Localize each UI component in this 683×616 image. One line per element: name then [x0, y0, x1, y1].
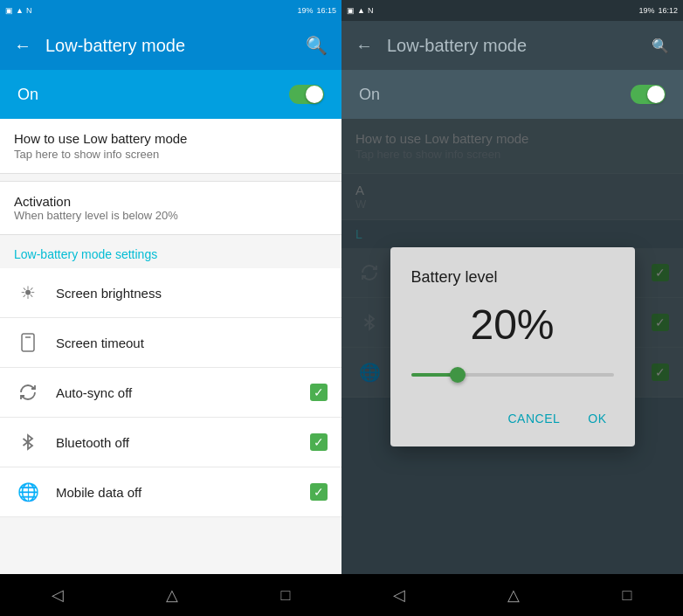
toggle-row-right: On: [342, 70, 683, 119]
nav-back-left[interactable]: ◁: [52, 585, 64, 605]
settings-section-label-left: Low-battery mode settings: [0, 235, 342, 268]
app-bar-left: ← Low-battery mode 🔍: [0, 21, 342, 70]
nav-home-right[interactable]: △: [507, 585, 520, 605]
autosync-label: Auto-sync off: [56, 385, 296, 400]
battery-text-left: 19%: [297, 6, 313, 15]
status-bar-left: ▣ ▲ N 19% 16:15: [0, 0, 342, 21]
ok-button[interactable]: OK: [581, 405, 613, 433]
page-title-right: Low-battery mode: [387, 36, 638, 56]
toggle-row-left: On: [0, 70, 342, 119]
status-icons-right: ▣ ▲ N: [347, 6, 373, 15]
timeout-label: Screen timeout: [56, 336, 328, 350]
bottom-nav-right: ◁ △ □: [342, 574, 683, 616]
time-left: 16:15: [316, 6, 336, 15]
dialog-value: 20%: [411, 301, 614, 349]
nav-home-left[interactable]: △: [166, 585, 178, 605]
autosync-checkbox[interactable]: ✓: [310, 384, 328, 401]
info-title-left: How to use Low battery mode: [14, 131, 328, 146]
brightness-label: Screen brightness: [56, 286, 328, 301]
signal-icon: ▲: [16, 6, 24, 15]
nav-back-right[interactable]: ◁: [393, 585, 405, 605]
nav-recent-left[interactable]: □: [280, 586, 290, 605]
timeout-icon: [14, 329, 42, 356]
toggle-label-right: On: [359, 86, 380, 104]
bluetooth-label: Bluetooth off: [56, 435, 296, 450]
battery-level-dialog: Battery level 20% CANCEL OK: [390, 247, 635, 446]
battery-slider[interactable]: [411, 366, 614, 384]
search-button-left[interactable]: 🔍: [306, 35, 328, 56]
back-button-left[interactable]: ←: [14, 36, 31, 56]
brightness-icon: ☀: [14, 279, 42, 307]
slider-thumb: [450, 367, 466, 383]
mobiledata-label: Mobile data off: [56, 485, 296, 500]
info-row-left[interactable]: How to use Low battery mode Tap here to …: [0, 119, 342, 174]
bluetooth-icon: [14, 428, 42, 456]
setting-timeout[interactable]: Screen timeout: [0, 318, 342, 368]
slider-track: [411, 373, 614, 377]
mobiledata-icon: 🌐: [14, 478, 42, 506]
app-bar-right: ← Low-battery mode 🔍: [342, 21, 683, 70]
dialog-title: Battery level: [411, 268, 614, 287]
status-icons-left: ▣ ▲ N: [5, 6, 31, 15]
toggle-knob-left: [306, 86, 323, 103]
page-title-left: Low-battery mode: [45, 36, 292, 56]
svg-rect-0: [22, 334, 34, 351]
bluetooth-checkbox[interactable]: ✓: [310, 433, 328, 451]
dialog-actions: CANCEL OK: [411, 405, 614, 433]
back-button-right[interactable]: ←: [355, 36, 373, 56]
content-right: How to use Low battery mode Tap here to …: [342, 119, 683, 574]
mobiledata-checkbox[interactable]: ✓: [310, 483, 328, 501]
search-button-right[interactable]: 🔍: [652, 38, 669, 54]
dialog-overlay: Battery level 20% CANCEL OK: [342, 119, 683, 574]
left-panel: ▣ ▲ N 19% 16:15 ← Low-battery mode 🔍 On …: [0, 0, 342, 616]
bottom-nav-left: ◁ △ □: [0, 574, 342, 616]
setting-mobiledata[interactable]: 🌐 Mobile data off ✓: [0, 467, 342, 517]
nfc-icon-right: N: [368, 6, 374, 15]
activation-sub-left: When battery level is below 20%: [14, 209, 328, 222]
toggle-knob-right: [647, 86, 665, 103]
setting-brightness[interactable]: ☀ Screen brightness: [0, 268, 342, 318]
status-bar-right: ▣ ▲ N 19% 16:12: [342, 0, 683, 21]
content-left: How to use Low battery mode Tap here to …: [0, 119, 342, 574]
right-panel: ▣ ▲ N 19% 16:12 ← Low-battery mode 🔍 On …: [342, 0, 683, 616]
battery-text-right: 19%: [638, 6, 654, 15]
activation-row-left[interactable]: Activation When battery level is below 2…: [0, 181, 342, 235]
setting-bluetooth[interactable]: Bluetooth off ✓: [0, 418, 342, 467]
info-sub-left: Tap here to show info screen: [14, 148, 328, 161]
cancel-button[interactable]: CANCEL: [500, 405, 567, 433]
toggle-switch-right[interactable]: [631, 85, 666, 104]
activation-title-left: Activation: [14, 194, 328, 209]
toggle-switch-left[interactable]: [289, 85, 324, 104]
time-right: 16:12: [658, 6, 678, 15]
signal-icon-right: ▲: [357, 6, 365, 15]
nfc-icon: N: [26, 6, 32, 15]
wifi-icon-right: ▣: [347, 6, 355, 15]
toggle-label-left: On: [17, 86, 38, 104]
setting-autosync[interactable]: Auto-sync off ✓: [0, 368, 342, 418]
autosync-icon: [14, 378, 42, 406]
nav-recent-right[interactable]: □: [622, 586, 631, 605]
wifi-icon: ▣: [5, 6, 13, 15]
